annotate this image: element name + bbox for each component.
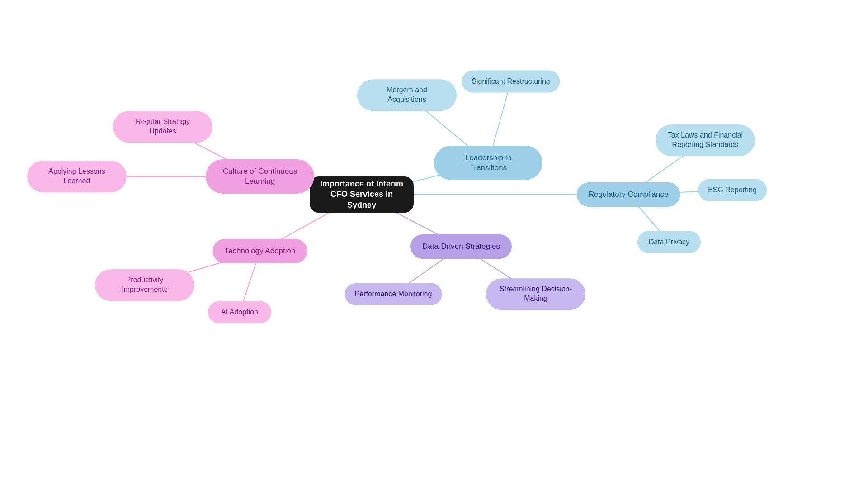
node-streamlining[interactable]: Streamlining Decision-Making xyxy=(486,278,585,310)
node-productivity[interactable]: Productivity Improvements xyxy=(95,269,194,301)
mindmap-container: Importance of Interim CFO Services in Sy… xyxy=(0,0,868,490)
node-taxlaws[interactable]: Tax Laws and Financial Reporting Standar… xyxy=(656,124,755,156)
node-esg[interactable]: ESG Reporting xyxy=(698,179,767,201)
center-node[interactable]: Importance of Interim CFO Services in Sy… xyxy=(310,176,414,213)
node-culture[interactable]: Culture of Continuous Learning xyxy=(206,159,314,194)
node-restructuring[interactable]: Significant Restructuring xyxy=(462,71,560,93)
node-datadriven[interactable]: Data-Driven Strategies xyxy=(410,234,512,259)
node-strategy[interactable]: Regular Strategy Updates xyxy=(113,111,212,143)
node-regulatory[interactable]: Regulatory Compliance xyxy=(577,182,680,207)
node-leadership[interactable]: Leadership in Transitions xyxy=(434,146,542,180)
node-technology[interactable]: Technology Adoption xyxy=(213,239,307,263)
node-ai[interactable]: AI Adoption xyxy=(208,301,271,323)
node-performance[interactable]: Performance Monitoring xyxy=(345,283,442,305)
node-dataprivacy[interactable]: Data Privacy xyxy=(637,231,701,253)
node-mergers[interactable]: Mergers and Acquisitions xyxy=(357,79,457,111)
node-applying[interactable]: Applying Lessons Learned xyxy=(27,161,127,192)
